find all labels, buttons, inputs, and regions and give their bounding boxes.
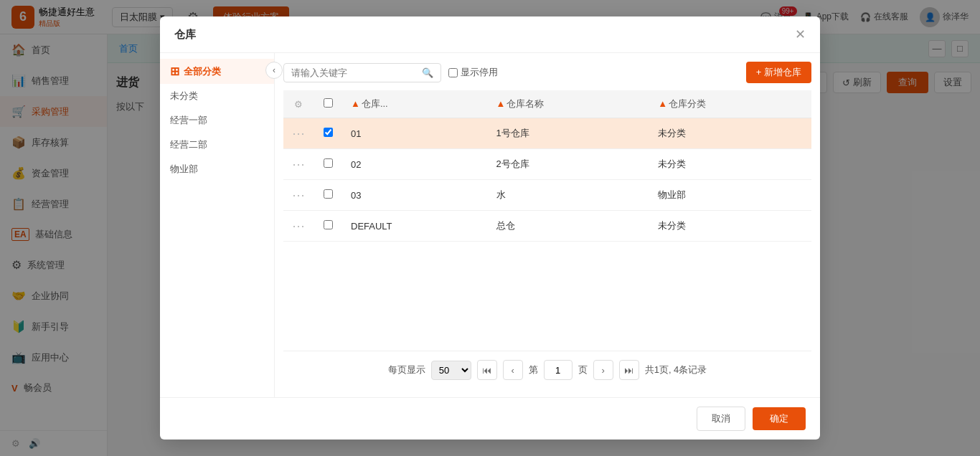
row-action-cell: ⋯ (283, 118, 314, 149)
more-icon[interactable]: ⋯ (292, 157, 305, 171)
per-page-select[interactable]: 50 100 200 (431, 361, 471, 380)
page-input[interactable] (544, 360, 573, 380)
row-checkbox[interactable] (324, 128, 333, 137)
more-icon[interactable]: ⋯ (292, 126, 305, 141)
row-category: 未分类 (649, 149, 811, 180)
modal-body: ⊞ 全部分类 ‹ 未分类 经营一部 经营二部 物业部 (160, 53, 820, 397)
row-code: 02 (342, 149, 488, 180)
pagination: 每页显示 50 100 200 ⏮ ‹ 第 页 › ⏭ 共1页, 4条记录 (283, 351, 811, 389)
modal-footer: 取消 确定 (160, 397, 820, 440)
row-check-cell (314, 149, 342, 180)
row-action-cell: ⋯ (283, 211, 314, 242)
table-row[interactable]: ⋯ 02 2号仓库 未分类 (283, 149, 811, 180)
category-item-unclassified[interactable]: 未分类 (160, 84, 274, 108)
col-header-code: ▲仓库... (342, 90, 488, 118)
category-label-ops2: 经营二部 (170, 139, 207, 150)
modal-header: 仓库 ✕ (160, 16, 820, 53)
search-input[interactable] (291, 67, 418, 78)
table-row[interactable]: ⋯ 01 1号仓库 未分类 (283, 118, 811, 149)
row-check-cell (314, 211, 342, 242)
category-label-property: 物业部 (170, 163, 198, 174)
row-code: DEFAULT (342, 211, 488, 242)
row-action-cell: ⋯ (283, 180, 314, 211)
table-panel: 🔍 显示停用 + 新增仓库 ⚙ ▲仓库... (275, 53, 820, 397)
search-bar: 🔍 显示停用 + 新增仓库 (283, 62, 811, 83)
row-action-cell: ⋯ (283, 149, 314, 180)
first-page-button[interactable]: ⏮ (477, 360, 497, 380)
col-header-check (314, 90, 342, 118)
row-code: 03 (342, 180, 488, 211)
category-panel: ⊞ 全部分类 ‹ 未分类 经营一部 经营二部 物业部 (160, 53, 275, 397)
row-check-cell (314, 118, 342, 149)
row-code: 01 (342, 118, 488, 149)
row-category: 未分类 (649, 211, 811, 242)
category-label-unclassified: 未分类 (170, 90, 198, 101)
select-all-checkbox[interactable] (324, 98, 333, 108)
new-warehouse-button[interactable]: + 新增仓库 (746, 62, 811, 83)
category-all-label: 全部分类 (184, 65, 221, 78)
pagination-total: 共1页, 4条记录 (645, 364, 707, 376)
category-item-property[interactable]: 物业部 (160, 157, 274, 181)
row-name: 水 (488, 180, 650, 211)
row-check-cell (314, 180, 342, 211)
search-icon: 🔍 (422, 67, 433, 78)
row-name: 2号仓库 (488, 149, 650, 180)
more-icon[interactable]: ⋯ (292, 188, 305, 202)
category-item-ops2[interactable]: 经营二部 (160, 133, 274, 157)
last-page-button[interactable]: ⏭ (619, 360, 639, 380)
grid-icon: ⊞ (170, 65, 179, 78)
col-header-category: ▲仓库分类 (649, 90, 811, 118)
row-category: 物业部 (649, 180, 811, 211)
confirm-button[interactable]: 确定 (753, 407, 806, 430)
row-checkbox[interactable] (324, 189, 333, 199)
col-header-gear: ⚙ (283, 90, 314, 118)
modal-title: 仓库 (174, 28, 196, 42)
row-category: 未分类 (649, 118, 811, 149)
page-suffix: 页 (578, 364, 588, 376)
page-label: 第 (529, 364, 538, 376)
row-name: 总仓 (488, 211, 650, 242)
row-checkbox[interactable] (324, 220, 333, 229)
category-label-ops1: 经营一部 (170, 115, 207, 125)
table-row[interactable]: ⋯ 03 水 物业部 (283, 180, 811, 211)
row-checkbox[interactable] (324, 158, 333, 168)
col-header-name: ▲仓库名称 (488, 90, 650, 118)
category-item-ops1[interactable]: 经营一部 (160, 108, 274, 133)
modal-overlay: 仓库 ✕ ⊞ 全部分类 ‹ 未分类 经营一部 经营二部 (0, 0, 980, 456)
show-disabled-checkbox[interactable] (448, 68, 458, 77)
next-page-button[interactable]: › (593, 360, 613, 380)
data-table: ⚙ ▲仓库... ▲仓库名称 ▲仓库分类 ⋯ 01 1号仓库 未分类 ⋯ (283, 90, 811, 351)
prev-page-button[interactable]: ‹ (503, 360, 523, 380)
warehouse-modal: 仓库 ✕ ⊞ 全部分类 ‹ 未分类 经营一部 经营二部 (160, 16, 820, 440)
show-disabled-label[interactable]: 显示停用 (448, 66, 498, 79)
category-collapse-button[interactable]: ‹ (265, 62, 283, 79)
row-name: 1号仓库 (488, 118, 650, 149)
show-disabled-text: 显示停用 (461, 66, 498, 79)
modal-close-button[interactable]: ✕ (795, 27, 806, 42)
more-icon[interactable]: ⋯ (292, 219, 305, 233)
search-input-wrap: 🔍 (283, 63, 441, 82)
per-page-label: 每页显示 (388, 364, 425, 376)
cancel-button[interactable]: 取消 (697, 407, 745, 431)
warehouse-table: ⚙ ▲仓库... ▲仓库名称 ▲仓库分类 ⋯ 01 1号仓库 未分类 ⋯ (283, 90, 811, 242)
category-all[interactable]: ⊞ 全部分类 (160, 59, 274, 84)
table-row[interactable]: ⋯ DEFAULT 总仓 未分类 (283, 211, 811, 242)
